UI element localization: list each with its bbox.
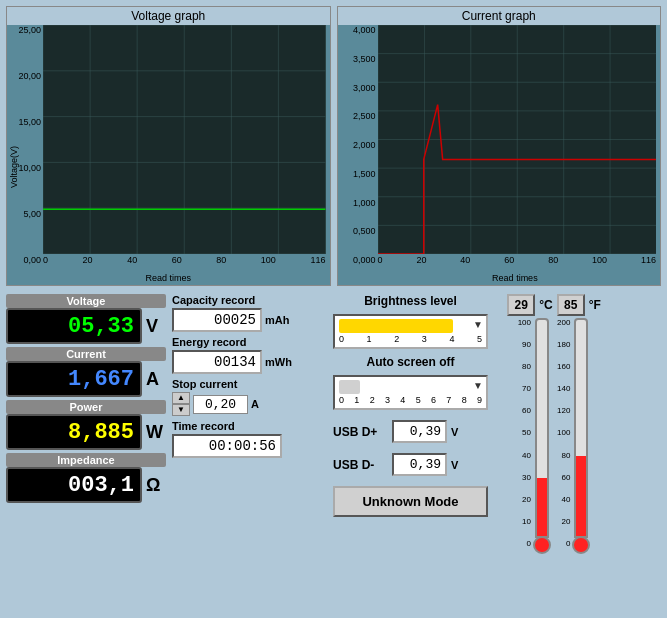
capacity-section: Capacity record mAh: [172, 294, 327, 332]
stop-current-input[interactable]: [193, 395, 248, 414]
c-fill: [537, 478, 547, 536]
brightness-track: [339, 319, 453, 333]
usb-d-minus-label: USB D-: [333, 458, 388, 472]
impedance-meter: Impedance 003,1 Ω: [6, 453, 166, 503]
voltage-meter: Voltage 05,33 V: [6, 294, 166, 344]
c-tube: [533, 318, 551, 554]
auto-screen-dropdown-arrow[interactable]: ▼: [473, 380, 483, 391]
usb-d-plus-unit: V: [451, 426, 458, 438]
thermometer-panel: 29 °C 85 °F 100 90 80 70 60 50 40 30: [494, 294, 614, 614]
celsius-value: 29: [507, 294, 535, 316]
voltage-y-label: Voltage(V): [9, 146, 19, 188]
capacity-label: Capacity record: [172, 294, 327, 306]
celsius-gauge: 100 90 80 70 60 50 40 30 20 10 0: [518, 318, 551, 614]
usb-d-plus-row: USB D+ V: [333, 420, 488, 443]
time-label: Time record: [172, 420, 327, 432]
fahrenheit-gauge: 200 180 160 140 120 100 80 60 40 20 0: [557, 318, 590, 614]
auto-screen-track: [339, 380, 360, 394]
impedance-row: 003,1 Ω: [6, 467, 166, 503]
power-meter: Power 8,885 W: [6, 400, 166, 450]
stop-current-row: ▲ ▼ A: [172, 392, 327, 416]
celsius-unit: °C: [539, 298, 552, 312]
stop-current-label: Stop current: [172, 378, 327, 390]
voltage-plot-area: 0 20 40 60 80 100 116: [43, 25, 326, 265]
current-meter: Current 1,667 A: [6, 347, 166, 397]
auto-screen-slider-container[interactable]: 0 1 2 3 4 5 6 7 8 9 ▼: [333, 375, 488, 410]
current-x-axis: 0 20 40 60 80 100 116: [378, 254, 657, 265]
f-scale: 200 180 160 140 120 100 80 60 40 20 0: [557, 318, 572, 548]
brightness-scale: 0 1 2 3 4 5: [339, 334, 482, 344]
voltage-chart: Voltage graph 25,00 20,00 15,00 10,00 5,…: [6, 6, 331, 286]
voltage-label: Voltage: [6, 294, 166, 308]
f-fill: [576, 456, 586, 536]
current-row: 1,667 A: [6, 361, 166, 397]
thermo-header: 29 °C 85 °F: [494, 294, 614, 316]
f-tube-body: [574, 318, 588, 538]
current-plot-area: 0 20 40 60 80 100 116: [378, 25, 657, 265]
spin-up-button[interactable]: ▲: [172, 392, 190, 404]
current-chart-title: Current graph: [338, 7, 661, 25]
usb-d-plus-input: [392, 420, 447, 443]
power-display: 8,885: [6, 414, 142, 450]
energy-row: mWh: [172, 350, 327, 374]
time-section: Time record: [172, 420, 327, 458]
voltage-x-label: Read times: [145, 273, 191, 283]
impedance-display: 003,1: [6, 467, 142, 503]
voltage-display: 05,33: [6, 308, 142, 344]
usb-d-minus-unit: V: [451, 459, 458, 471]
power-row: 8,885 W: [6, 414, 166, 450]
controls-panel: Brightness level 0 1 2 3 4 5 ▼ Auto scre…: [333, 294, 488, 614]
stop-current-section: Stop current ▲ ▼ A: [172, 378, 327, 416]
unknown-mode-button[interactable]: Unknown Mode: [333, 486, 488, 517]
capacity-unit: mAh: [265, 314, 289, 326]
voltage-y-axis: 25,00 20,00 15,00 10,00 5,00 0,00: [7, 25, 43, 265]
current-x-label: Read times: [492, 273, 538, 283]
stop-current-unit: A: [251, 398, 259, 410]
current-grid-svg: [378, 25, 657, 254]
c-bulb: [533, 536, 551, 554]
charts-area: Voltage graph 25,00 20,00 15,00 10,00 5,…: [0, 0, 667, 290]
capacity-row: mAh: [172, 308, 327, 332]
fahrenheit-value: 85: [557, 294, 585, 316]
f-bulb: [572, 536, 590, 554]
power-label: Power: [6, 400, 166, 414]
voltage-chart-title: Voltage graph: [7, 7, 330, 25]
impedance-label: Impedance: [6, 453, 166, 467]
energy-section: Energy record mWh: [172, 336, 327, 374]
energy-label: Energy record: [172, 336, 327, 348]
usb-d-plus-label: USB D+: [333, 425, 388, 439]
bottom-panel: Voltage 05,33 V Current 1,667 A Power 8,: [0, 290, 667, 618]
spin-down-button[interactable]: ▼: [172, 404, 190, 416]
brightness-slider-container[interactable]: 0 1 2 3 4 5 ▼: [333, 314, 488, 349]
c-tube-body: [535, 318, 549, 538]
current-grid: [378, 25, 657, 254]
thermo-gauges: 100 90 80 70 60 50 40 30 20 10 0: [494, 318, 614, 614]
voltage-x-axis: 0 20 40 60 80 100 116: [43, 254, 326, 265]
stop-current-spinbox: ▲ ▼: [172, 392, 190, 416]
c-scale: 100 90 80 70 60 50 40 30 20 10 0: [518, 318, 533, 548]
current-chart: Current graph 4,000 3,500 3,000 2,500 2,…: [337, 6, 662, 286]
brightness-dropdown-arrow[interactable]: ▼: [473, 319, 483, 330]
voltage-row: 05,33 V: [6, 308, 166, 344]
energy-unit: mWh: [265, 356, 292, 368]
power-unit: W: [146, 422, 166, 443]
voltage-unit: V: [146, 316, 166, 337]
auto-screen-label: Auto screen off: [333, 355, 488, 369]
brightness-label: Brightness level: [333, 294, 488, 308]
time-row: [172, 434, 327, 458]
usb-d-minus-row: USB D- V: [333, 453, 488, 476]
impedance-unit: Ω: [146, 475, 166, 496]
current-y-axis: 4,000 3,500 3,000 2,500 2,000 1,500 1,00…: [338, 25, 378, 265]
energy-input[interactable]: [172, 350, 262, 374]
current-display: 1,667: [6, 361, 142, 397]
f-tube: [572, 318, 590, 554]
usb-d-minus-input: [392, 453, 447, 476]
meters-panel: Voltage 05,33 V Current 1,667 A Power 8,: [6, 294, 166, 614]
voltage-grid-svg: [43, 25, 326, 254]
current-label: Current: [6, 347, 166, 361]
voltage-grid: [43, 25, 326, 254]
time-input[interactable]: [172, 434, 282, 458]
fahrenheit-unit: °F: [589, 298, 601, 312]
auto-screen-scale: 0 1 2 3 4 5 6 7 8 9: [339, 395, 482, 405]
capacity-input[interactable]: [172, 308, 262, 332]
